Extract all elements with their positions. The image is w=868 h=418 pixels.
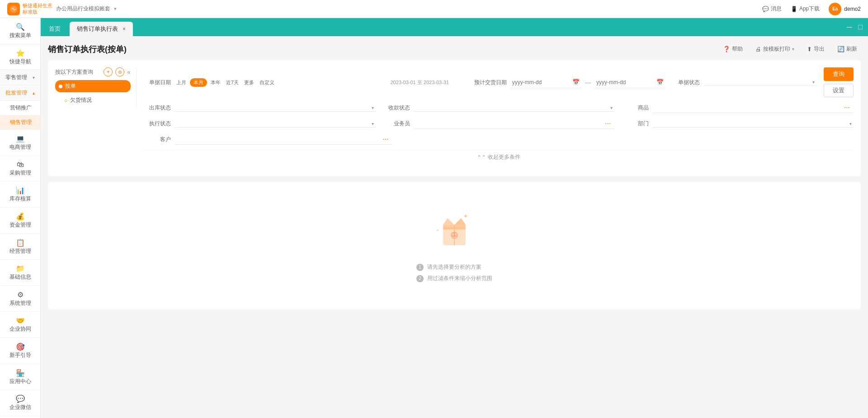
sidebar-item-finance[interactable]: 💰 资金管理 bbox=[0, 208, 40, 234]
sidebar-sub-item-marketing[interactable]: 营销推广 bbox=[0, 101, 40, 115]
status-select-arrow-icon: ▾ bbox=[812, 80, 815, 85]
message-label: 消息 bbox=[771, 5, 782, 13]
salesperson-dots-button[interactable]: ··· bbox=[603, 119, 613, 128]
sidebar-item-enterprise[interactable]: 🤝 企业协同 bbox=[0, 312, 40, 338]
breadcrumb-arrow-icon[interactable]: ▾ bbox=[114, 6, 117, 12]
sidebar-item-wechat[interactable]: 💬 企业微信 bbox=[0, 390, 40, 416]
goods-dots-button[interactable]: ··· bbox=[842, 104, 852, 112]
status-select[interactable]: ▾ bbox=[703, 79, 816, 86]
dept-select[interactable]: ▾ bbox=[652, 120, 854, 128]
scheme-panel: 按以下方案查询 + ⚙ « bbox=[55, 67, 137, 107]
tab-maximize-button[interactable]: □ bbox=[856, 18, 864, 36]
sidebar-item-purchase[interactable]: 🛍 采购管理 bbox=[0, 156, 40, 182]
exec-status-select[interactable]: ▾ bbox=[175, 120, 376, 128]
customer-dots-button[interactable]: ··· bbox=[381, 135, 390, 143]
search-button[interactable]: 查询 bbox=[824, 67, 854, 81]
wechat-icon: 💬 bbox=[16, 394, 25, 403]
tab-minimize-button[interactable]: ─ bbox=[845, 18, 854, 36]
empty-illustration: ✦ ✦ bbox=[432, 209, 477, 254]
purchase-icon: 🛍 bbox=[17, 161, 24, 169]
calendar-end-icon[interactable]: 📅 bbox=[656, 79, 664, 86]
empty-svg: ✦ ✦ bbox=[432, 209, 477, 254]
sidebar-item-inventory[interactable]: 📊 库存核算 bbox=[0, 181, 40, 208]
sidebar-enterprise-label: 企业协同 bbox=[9, 326, 31, 333]
year-button[interactable]: 本年 bbox=[209, 78, 222, 87]
filter-top: 按以下方案查询 + ⚙ « bbox=[55, 67, 854, 164]
expected-date-start-input[interactable] bbox=[512, 78, 571, 87]
filter-row-1: 单据日期 上月 本月 本年 近7天 更多 自定义 bbox=[144, 67, 854, 97]
header-left: 畅捷通好生意 标准版 办公用品行业模拟账套 ▾ bbox=[7, 3, 117, 15]
logo-area: 畅捷通好生意 标准版 bbox=[7, 3, 52, 15]
collapse-button[interactable]: ⌃⌃ 收起更多条件 bbox=[144, 150, 854, 164]
shortage-icon: ○ bbox=[64, 97, 67, 104]
page-actions: ❓ 帮助 🖨 按模板打印 ▾ ⬆ 导出 🔄 刷新 bbox=[719, 43, 861, 55]
scheme-settings-icon: ⚙ bbox=[118, 70, 122, 75]
print-template-label: 按模板打印 bbox=[763, 45, 790, 53]
seven-days-button[interactable]: 近7天 bbox=[224, 78, 241, 87]
collection-status-select[interactable]: ▾ bbox=[414, 104, 615, 112]
sidebar-appcenter-label: 应用中心 bbox=[9, 378, 31, 385]
help-button[interactable]: ❓ 帮助 bbox=[719, 43, 746, 55]
date-range-text: 2023-03-01 至 2023-03-31 bbox=[390, 79, 449, 86]
operations-icon: 📋 bbox=[16, 238, 25, 247]
scheme-add-button[interactable]: + bbox=[104, 67, 113, 76]
filter-field-expected-date: 预计交货日期 📅 — 📅 bbox=[474, 77, 666, 88]
system-icon: ⚙ bbox=[17, 290, 24, 299]
page-title-bar: 销售订单执行表(按单) ❓ 帮助 🖨 按模板打印 ▾ ⬆ 导出 bbox=[48, 43, 861, 55]
scheme-item-by-order[interactable]: 按单 bbox=[55, 80, 131, 92]
sidebar-item-search[interactable]: 🔍 搜索菜单 bbox=[0, 18, 40, 44]
prev-month-button[interactable]: 上月 bbox=[175, 78, 188, 87]
sidebar-item-operations[interactable]: 📋 经营管理 bbox=[0, 234, 40, 260]
expected-date-end-input[interactable] bbox=[596, 78, 655, 87]
curr-month-button[interactable]: 本月 bbox=[190, 78, 207, 87]
sidebar-item-basic-info[interactable]: 📁 基础信息 bbox=[0, 260, 40, 286]
ecommerce-icon: 💻 bbox=[16, 134, 25, 143]
wholesale-label: 批发管理 bbox=[5, 89, 27, 97]
dept-label: 部门 bbox=[622, 120, 649, 128]
custom-date-button[interactable]: 自定义 bbox=[258, 78, 276, 87]
filter-field-date-range: 2023-03-01 至 2023-03-31 bbox=[390, 79, 467, 86]
enterprise-icon: 🤝 bbox=[16, 316, 25, 325]
sidebar-item-member[interactable]: 👑 畅会员 bbox=[0, 416, 40, 418]
out-status-select[interactable]: ▾ bbox=[175, 104, 376, 112]
sidebar-item-ecommerce[interactable]: 💻 电商管理 bbox=[0, 130, 40, 156]
export-button[interactable]: ⬆ 导出 bbox=[803, 43, 828, 55]
sidebar-system-label: 系统管理 bbox=[9, 300, 31, 307]
more-date-button[interactable]: 更多 bbox=[242, 78, 256, 87]
sidebar-sub-item-sales[interactable]: 销售管理 bbox=[0, 115, 40, 130]
sidebar-item-system[interactable]: ⚙ 系统管理 bbox=[0, 286, 40, 312]
message-button[interactable]: 💬 消息 bbox=[762, 5, 782, 13]
goods-label: 商品 bbox=[622, 104, 649, 112]
scheme-settings-button[interactable]: ⚙ bbox=[115, 67, 124, 76]
expected-date-end-input-box: 📅 bbox=[594, 77, 665, 88]
calendar-start-icon[interactable]: 📅 bbox=[572, 79, 580, 86]
expected-date-start-input-box: 📅 bbox=[510, 77, 581, 88]
breadcrumb: 办公用品行业模拟账套 bbox=[56, 5, 110, 13]
tab-close-icon[interactable]: × bbox=[123, 26, 126, 32]
print-template-button[interactable]: 🖨 按模板打印 ▾ bbox=[752, 43, 798, 55]
scheme-collapse-button[interactable]: « bbox=[127, 68, 131, 76]
scheme-sub-item-shortage[interactable]: ○ 欠货情况 bbox=[55, 94, 131, 106]
tab-home[interactable]: 首页 bbox=[42, 22, 68, 36]
wholesale-expand-icon: ▴ bbox=[33, 90, 35, 95]
filter-field-dept: 部门 ▾ bbox=[622, 120, 854, 128]
sidebar-item-retail[interactable]: 零售管理 ▾ bbox=[0, 70, 40, 86]
scheme-header-label: 按以下方案查询 bbox=[55, 68, 93, 76]
sidebar-item-wholesale[interactable]: 批发管理 ▴ bbox=[0, 86, 40, 101]
svg-point-8 bbox=[455, 234, 457, 235]
app-download-button[interactable]: 📱 App下载 bbox=[791, 5, 820, 13]
scheme-actions: + ⚙ « bbox=[104, 67, 131, 76]
shortage-label: 欠货情况 bbox=[70, 96, 92, 104]
filter-row-4: 客户 ··· bbox=[144, 134, 854, 145]
settings-button[interactable]: 设置 bbox=[824, 84, 854, 97]
logo-icon bbox=[7, 3, 20, 15]
empty-step-2: 2 用过滤条件来缩小分析范围 bbox=[416, 275, 492, 282]
user-area[interactable]: Ea demo2 bbox=[829, 3, 861, 15]
sidebar-item-app-center[interactable]: 🏪 应用中心 bbox=[0, 364, 40, 390]
refresh-button[interactable]: 🔄 刷新 bbox=[834, 43, 861, 55]
sidebar-item-guide[interactable]: 🎯 新手引导 bbox=[0, 338, 40, 364]
sidebar-item-quick-nav[interactable]: ⭐ 快捷导航 bbox=[0, 44, 40, 71]
customer-label: 客户 bbox=[144, 136, 171, 143]
collection-status-arrow-icon: ▾ bbox=[610, 105, 613, 110]
tab-sales-order-exec[interactable]: 销售订单执行表 × bbox=[70, 22, 133, 36]
